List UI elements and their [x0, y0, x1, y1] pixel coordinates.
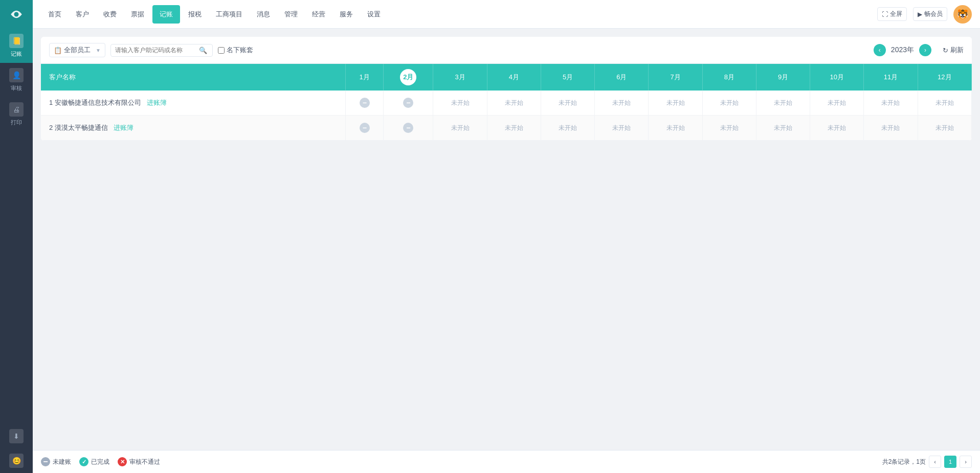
nav-right-actions: ⛶ 全屏 ▶ 畅会员 🐯 — [877, 5, 972, 24]
fullscreen-icon: ⛶ — [882, 11, 888, 18]
nav-invoice[interactable]: 票据 — [124, 0, 151, 29]
done-label: 已完成 — [91, 458, 109, 466]
nav-service[interactable]: 服务 — [332, 0, 360, 29]
month-cell-12: 未开始 — [918, 116, 971, 141]
col-client-name: 客户名称 — [41, 64, 346, 91]
nav-tax[interactable]: 报税 — [181, 0, 209, 29]
search-icon[interactable]: 🔍 — [199, 47, 207, 54]
entry-link[interactable]: 进账簿 — [147, 99, 167, 106]
search-input[interactable] — [115, 47, 197, 54]
month-cell-12: 未开始 — [918, 91, 971, 116]
prev-page-button[interactable]: ‹ — [929, 456, 941, 468]
month-cell-7: 未开始 — [649, 116, 702, 141]
nav-ledger[interactable]: 记账 — [152, 5, 180, 24]
month-cell-4: 未开始 — [487, 116, 541, 141]
status-dash-icon: − — [403, 123, 413, 133]
next-page-button[interactable]: › — [960, 456, 972, 468]
month-cell-3: 未开始 — [433, 91, 487, 116]
month-cell-6: 未开始 — [595, 116, 649, 141]
status-not-started: 未开始 — [720, 124, 739, 131]
sidebar-audit-label: 审核 — [11, 84, 22, 92]
month-cell-3: 未开始 — [433, 116, 487, 141]
month-cell-1: − — [346, 91, 384, 116]
member-label: 畅会员 — [924, 10, 943, 18]
month-cell-10: 未开始 — [810, 91, 864, 116]
col-jun: 6月 — [595, 64, 649, 91]
month-cell-8: 未开始 — [702, 116, 756, 141]
legend-rejected: 审核不通过 — [118, 457, 160, 466]
status-not-started: 未开始 — [505, 99, 523, 106]
sidebar-item-support[interactable]: 😊 — [0, 448, 33, 473]
status-not-started: 未开始 — [612, 124, 631, 131]
month-cell-2: − — [384, 91, 433, 116]
page-content: 📋 全部员工 ▼ 🔍 名下账套 ‹ 2023年 › — [33, 29, 980, 450]
status-dash-icon: − — [360, 123, 370, 133]
nav-operation[interactable]: 经营 — [305, 0, 332, 29]
svg-point-0 — [14, 12, 19, 17]
my-accounts-label: 名下账套 — [227, 46, 253, 55]
status-not-started: 未开始 — [774, 124, 792, 131]
my-accounts-checkbox[interactable] — [218, 47, 225, 54]
nav-settings[interactable]: 设置 — [360, 0, 388, 29]
rejected-icon — [118, 457, 127, 466]
sidebar-item-download[interactable]: ⬇ — [0, 424, 33, 448]
status-not-started: 未开始 — [936, 99, 954, 106]
chevron-down-icon: ▼ — [96, 48, 101, 53]
not-built-icon: − — [41, 457, 50, 466]
status-not-started: 未开始 — [451, 99, 470, 106]
nav-home[interactable]: 首页 — [41, 0, 69, 29]
next-year-button[interactable]: › — [919, 44, 931, 56]
status-not-started: 未开始 — [559, 124, 577, 131]
top-navigation: 首页 客户 收费 票据 记账 报税 工商项目 消息 管理 经营 服务 设置 ⛶ … — [33, 0, 980, 29]
my-accounts-filter[interactable]: 名下账套 — [218, 46, 253, 55]
nav-customer[interactable]: 客户 — [69, 0, 96, 29]
refresh-label: 刷新 — [950, 46, 964, 55]
status-not-started: 未开始 — [881, 124, 900, 131]
nav-bizproject[interactable]: 工商项目 — [209, 0, 250, 29]
status-not-started: 未开始 — [666, 99, 685, 106]
status-not-started: 未开始 — [612, 99, 631, 106]
fullscreen-button[interactable]: ⛶ 全屏 — [877, 7, 907, 21]
nav-manage[interactable]: 管理 — [277, 0, 305, 29]
sidebar-item-ledger[interactable]: 📒 记账 — [0, 29, 33, 63]
status-not-started: 未开始 — [720, 99, 739, 106]
sidebar-item-print[interactable]: 🖨 打印 — [0, 97, 33, 131]
sidebar-item-audit[interactable]: 👤 审核 — [0, 63, 33, 97]
month-cell-8: 未开始 — [702, 91, 756, 116]
month-cell-11: 未开始 — [864, 116, 918, 141]
nav-message[interactable]: 消息 — [250, 0, 277, 29]
entry-link[interactable]: 进账簿 — [114, 124, 133, 131]
month-cell-4: 未开始 — [487, 91, 541, 116]
month-cell-7: 未开始 — [649, 91, 702, 116]
avatar[interactable]: 🐯 — [953, 5, 972, 24]
total-records: 共2条记录，1页 — [882, 458, 926, 466]
toolbar: 📋 全部员工 ▼ 🔍 名下账套 ‹ 2023年 › — [41, 37, 972, 64]
year-display: 2023年 — [891, 46, 914, 55]
page-1-button[interactable]: 1 — [944, 456, 956, 468]
status-not-started: 未开始 — [881, 99, 900, 106]
employee-filter[interactable]: 📋 全部员工 ▼ — [49, 43, 105, 57]
col-jan: 1月 — [346, 64, 384, 91]
year-navigator: ‹ 2023年 › — [874, 44, 931, 56]
ledger-table: 客户名称 1月 2月 3月 4月 5月 6月 7月 8月 9月 — [41, 64, 972, 141]
refresh-icon: ↻ — [943, 47, 948, 54]
done-icon — [79, 457, 88, 466]
status-dash-icon: − — [360, 98, 370, 108]
month-cell-2: − — [384, 116, 433, 141]
status-not-started: 未开始 — [774, 99, 792, 106]
main-content: 首页 客户 收费 票据 记账 报税 工商项目 消息 管理 经营 服务 设置 ⛶ … — [33, 0, 980, 473]
pagination: 共2条记录，1页 ‹ 1 › — [882, 456, 972, 468]
refresh-button[interactable]: ↻ 刷新 — [943, 46, 964, 55]
client-cell: 2 漠漠太平畅捷通信 进账簿 — [41, 116, 346, 141]
row-index: 1 安徽畅捷通信息技术有限公司 — [49, 99, 141, 106]
fullscreen-label: 全屏 — [890, 10, 902, 18]
member-button[interactable]: ▶ 畅会员 — [913, 7, 947, 21]
prev-year-button[interactable]: ‹ — [874, 44, 886, 56]
nav-billing[interactable]: 收费 — [96, 0, 124, 29]
col-nov: 11月 — [864, 64, 918, 91]
active-month-circle: 2月 — [400, 69, 416, 85]
table-row: 1 安徽畅捷通信息技术有限公司 进账簿−−未开始未开始未开始未开始未开始未开始未… — [41, 91, 972, 116]
download-icon: ⬇ — [9, 429, 24, 443]
table-container: 客户名称 1月 2月 3月 4月 5月 6月 7月 8月 9月 — [41, 64, 972, 141]
col-feb: 2月 — [384, 64, 433, 91]
